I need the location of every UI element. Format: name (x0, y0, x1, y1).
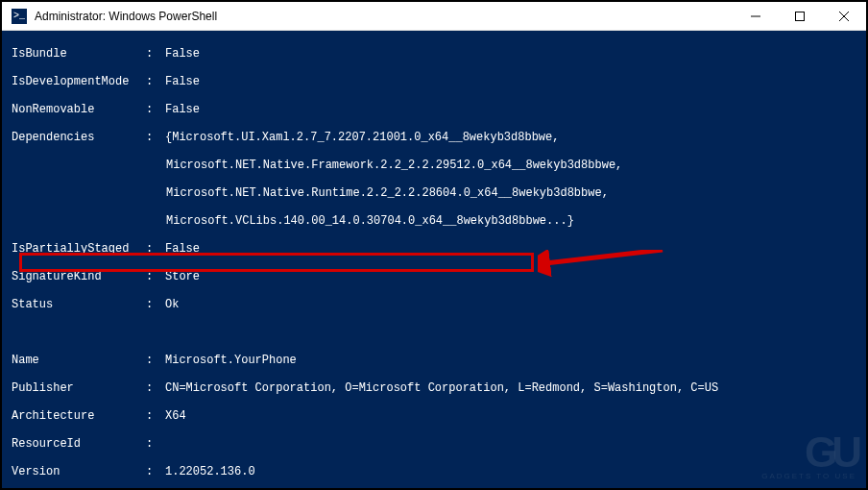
minimize-icon (751, 12, 760, 21)
minimize-button[interactable] (734, 2, 778, 30)
field-value: {Microsoft.UI.Xaml.2.7_7.2207.21001.0_x6… (165, 131, 559, 145)
watermark: GU GADGETS TO USE (761, 431, 856, 480)
field-label: IsBundle (12, 47, 146, 61)
field-label: Name (12, 354, 146, 368)
window-controls (734, 2, 866, 30)
field-label: IsDevelopmentMode (12, 75, 146, 89)
field-value: CN=Microsoft Corporation, O=Microsoft Co… (165, 381, 718, 396)
field-label: SignatureKind (12, 270, 146, 284)
close-icon (839, 12, 849, 21)
powershell-icon: >_ (12, 9, 27, 24)
field-value: Store (165, 270, 200, 284)
field-label: ResourceId (12, 437, 146, 452)
field-value: Microsoft.YourPhone (165, 354, 297, 368)
field-label: Status (12, 298, 146, 312)
field-label: NonRemovable (12, 103, 146, 117)
watermark-text: GADGETS TO USE (761, 472, 856, 480)
field-value: X64 (165, 409, 186, 424)
field-value: False (165, 47, 200, 61)
field-label: Architecture (12, 409, 146, 424)
terminal-output[interactable]: IsBundle:False IsDevelopmentMode:False N… (2, 31, 866, 490)
field-value: Ok (165, 298, 179, 312)
field-value-continuation: Microsoft.NET.Native.Runtime.2.2_2.2.286… (12, 186, 856, 201)
close-button[interactable] (822, 2, 866, 30)
field-value: False (165, 242, 200, 257)
field-value-continuation: Microsoft.VCLibs.140.00_14.0.30704.0_x64… (12, 214, 856, 229)
field-value: False (165, 103, 200, 117)
svg-rect-1 (796, 12, 805, 20)
field-label: Publisher (12, 381, 146, 396)
field-value: 1.22052.136.0 (165, 465, 255, 479)
maximize-icon (795, 12, 805, 21)
watermark-logo: GU (805, 431, 856, 474)
field-label: Version (12, 465, 146, 479)
field-label: Dependencies (12, 131, 146, 145)
field-value-continuation: Microsoft.NET.Native.Framework.2.2_2.2.2… (12, 159, 856, 173)
field-value: False (165, 75, 200, 89)
titlebar: >_ Administrator: Windows PowerShell (2, 2, 866, 31)
window-title: Administrator: Windows PowerShell (35, 10, 734, 23)
field-label: IsPartiallyStaged (12, 242, 146, 257)
maximize-button[interactable] (778, 2, 822, 30)
